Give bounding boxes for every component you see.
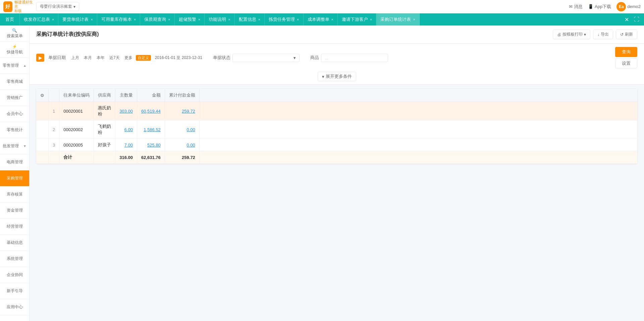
footer-label: 合计	[59, 151, 94, 164]
tab-available-inventory[interactable]: 可用量库存账本 ×	[97, 13, 140, 25]
close-icon[interactable]: ×	[52, 17, 54, 21]
close-icon[interactable]: ×	[258, 17, 260, 21]
filter-row: ▶ 单据日期 上月 本月 本年 近7天 更多 自定义 2016-01-01 至 …	[36, 47, 637, 68]
export-button[interactable]: ↓ 导出	[593, 30, 613, 39]
tab-pick-task[interactable]: 拣货任务管理 ×	[265, 13, 303, 25]
status-select[interactable]: ▾	[232, 54, 300, 62]
table-row[interactable]: 2 00020002 飞鹤奶粉 6.00 1,586.52 0.00	[36, 120, 637, 139]
header-actions: 🖨 按模板打印 ▾ ↓ 导出 ↺ 刷新	[553, 30, 637, 39]
page-title: 采购订单统计表(按供应商)	[36, 31, 99, 38]
sidebar-item-marketing[interactable]: 营销推广	[0, 90, 29, 106]
shortcut-last-month[interactable]: 上月	[70, 54, 80, 61]
refresh-button[interactable]: ↺ 刷新	[616, 30, 637, 39]
expand-tab-button[interactable]: ⛶	[632, 15, 641, 24]
filter-toggle-button[interactable]: ▶	[36, 54, 44, 62]
tab-function-desc[interactable]: 功能说明 ×	[205, 13, 234, 25]
table-row[interactable]: 3 00020005 好孩子 7.00 525.80 0.00	[36, 139, 637, 151]
settings-icon[interactable]: ⚙	[40, 93, 44, 98]
tab-config-info[interactable]: 配置信息 ×	[235, 13, 265, 25]
cell-supplier-code: 00020005	[59, 139, 94, 151]
sidebar-item-app-center[interactable]: 应用中心	[0, 299, 29, 315]
sidebar-item-basic-info[interactable]: 基础信息	[0, 235, 29, 251]
close-icon[interactable]: ×	[297, 17, 299, 21]
expand-more-button[interactable]: ▾ 展开更多条件	[318, 72, 356, 81]
footer-amount: 62,631.76	[137, 151, 165, 164]
table-header-row: ⚙ 往来单位编码 供应商 主数量 金额 累计付款金额	[36, 89, 637, 102]
shortcut-this-year[interactable]: 本年	[95, 54, 106, 61]
close-icon[interactable]: ×	[370, 17, 372, 21]
cell-paid-amount[interactable]: 259.72	[165, 102, 199, 120]
cell-quantity[interactable]: 6.00	[115, 120, 137, 139]
close-icon[interactable]: ×	[168, 17, 170, 21]
sidebar-item-enterprise-collab[interactable]: 企业协同	[0, 267, 29, 283]
custom-date-badge[interactable]: 自定义	[136, 55, 151, 61]
sidebar-item-quick-nav[interactable]: ⚡ 快捷导航	[0, 42, 29, 58]
close-icon[interactable]: ×	[331, 17, 333, 21]
tab-receive-summary[interactable]: 收发存汇总表 ×	[20, 13, 58, 25]
cell-quantity[interactable]: 7.00	[115, 139, 137, 151]
top-bar: 好 畅捷通好生意 标版 母婴行业演示账套 ▾ ✉ 消息 📱 App下载 Ea d…	[0, 0, 644, 13]
sidebar-item-inventory-check[interactable]: 库存核算	[0, 186, 29, 203]
sidebar-item-ecommerce[interactable]: 电商管理	[0, 154, 29, 170]
app-download-button[interactable]: 📱 App下载	[588, 4, 611, 10]
shortcut-7days[interactable]: 近7天	[108, 54, 121, 61]
cell-amount[interactable]: 60,519.44	[137, 102, 165, 120]
cell-paid-amount[interactable]: 0.00	[165, 120, 199, 139]
sidebar-item-finance[interactable]: 资金管理	[0, 203, 29, 219]
tab-overstock-warning[interactable]: 超储预警 ×	[175, 13, 205, 25]
workspace-selector[interactable]: 母婴行业演示账套 ▾	[36, 2, 79, 11]
sidebar-item-member-center[interactable]: 会员中心	[0, 106, 29, 122]
close-icon[interactable]: ×	[413, 17, 415, 21]
chevron-down-icon: ▲	[23, 63, 26, 68]
cell-amount[interactable]: 525.80	[137, 139, 165, 151]
message-button[interactable]: ✉ 消息	[569, 4, 583, 10]
nav-icon: ⚡	[12, 44, 17, 50]
table-row[interactable]: 1 00020001 惠氏奶粉 303.00 60,519.44 259.72	[36, 102, 637, 120]
shortcut-this-month[interactable]: 本月	[83, 54, 93, 61]
tab-shelf-life[interactable]: 保质期查询 ×	[140, 13, 174, 25]
close-icon[interactable]: ×	[228, 17, 230, 21]
shortcut-more[interactable]: 更多	[123, 54, 134, 61]
tab-purchase-stats[interactable]: 采购订单统计表 ×	[376, 13, 419, 25]
th-paid-amount: 累计付款金额	[165, 89, 199, 102]
close-icon[interactable]: ×	[198, 17, 200, 21]
chevron-down-icon: ▾	[584, 32, 586, 37]
print-button[interactable]: 🖨 按模板打印 ▾	[553, 30, 590, 39]
sidebar-item-new-guide[interactable]: 新手引导	[0, 283, 29, 299]
cell-quantity[interactable]: 303.00	[115, 102, 137, 120]
sidebar-item-purchase-mgmt[interactable]: 采购管理	[0, 170, 29, 186]
close-icon[interactable]: ×	[134, 17, 136, 21]
sidebar-item-wholesale-mgmt[interactable]: 批发管理 ▼	[0, 138, 29, 154]
sidebar-item-retail-shop[interactable]: 零售商城	[0, 74, 29, 90]
mobile-icon: 📱	[588, 4, 593, 9]
query-button[interactable]: 查询	[615, 47, 637, 57]
filter-bar: ▶ 单据日期 上月 本月 本年 近7天 更多 自定义 2016-01-01 至 …	[30, 44, 644, 85]
th-extra	[199, 89, 637, 102]
close-icon[interactable]: ×	[91, 17, 93, 21]
cell-amount[interactable]: 1,586.52	[137, 120, 165, 139]
user-profile[interactable]: Ea demo2	[616, 2, 641, 11]
footer-extra	[199, 151, 637, 164]
sidebar-item-search[interactable]: 🔍 搜索菜单	[0, 25, 29, 42]
tab-cost-adjustment[interactable]: 成本调整单 ×	[304, 13, 338, 25]
date-shortcuts: 上月 本月 本年 近7天 更多 自定义	[70, 54, 151, 61]
print-icon: 🖨	[557, 32, 561, 37]
settings-button[interactable]: 设置	[615, 58, 637, 68]
cell-index: 3	[49, 139, 59, 151]
tab-invite-downstream[interactable]: 邀请下游客户 ×	[338, 13, 376, 25]
sidebar-item-operations[interactable]: 经营管理	[0, 219, 29, 235]
sidebar-item-enterprise-wechat[interactable]: 企业微信	[0, 315, 29, 321]
goods-input[interactable]: ...	[321, 54, 388, 62]
sidebar-item-retail-stats[interactable]: 零售统计	[0, 122, 29, 138]
tab-order-stats[interactable]: 要货单统计表 ×	[58, 13, 97, 25]
tab-home[interactable]: 首页	[0, 13, 20, 25]
sidebar-item-retail-mgmt[interactable]: 零售管理 ▲	[0, 58, 29, 74]
th-supplier-code: 往来单位编码	[59, 89, 94, 102]
th-index	[49, 89, 59, 102]
cell-paid-amount[interactable]: 0.00	[165, 139, 199, 151]
sidebar: 🔍 搜索菜单 ⚡ 快捷导航 零售管理 ▲ 零售商城 营销推广 会员中心 零售统计…	[0, 25, 30, 321]
sidebar-item-system[interactable]: 系统管理	[0, 251, 29, 267]
cell-supplier-name: 好孩子	[94, 139, 115, 151]
close-tab-button[interactable]: ✕	[622, 15, 631, 24]
th-settings[interactable]: ⚙	[36, 89, 49, 102]
